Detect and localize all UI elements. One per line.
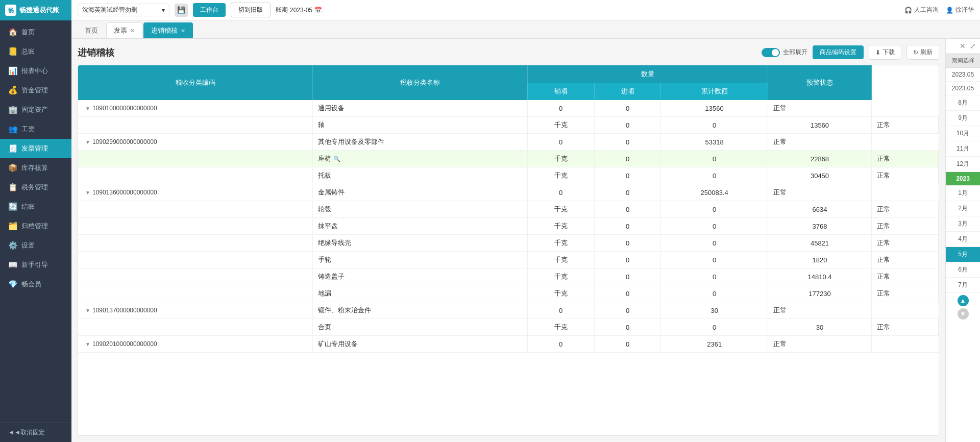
cell-code (78, 201, 313, 218)
table-row: 铸造盖子 千克 0 0 14810.4 正常 (78, 268, 939, 285)
main-area: 沈海英测试经营勿删 ▾ 💾 工作台 切到旧版 账期 2023-05 📅 🎧 人工… (71, 0, 980, 442)
period-item[interactable]: 2月 (946, 201, 980, 216)
company-selector[interactable]: 沈海英测试经营勿删 ▾ (78, 4, 169, 16)
right-panel: ✕ ⤢ 期间选择 2023.052023.058月9月10月11月12月2023… (945, 39, 980, 442)
sidebar-nav: 🏠首页📒总账📊报表中心💰资金管理🏢固定资产👥工资🧾发票管理📦库存核算📋税务管理🔄… (0, 20, 71, 423)
sidebar-item-assets[interactable]: 🏢固定资产 (0, 100, 71, 119)
download-button[interactable]: ⬇ 下载 (869, 45, 901, 60)
username: 徐泽华 (955, 6, 974, 14)
cell-purchase: 0 (594, 302, 661, 319)
tab-home[interactable]: 首页 (78, 23, 105, 38)
cell-cumulative: 1820 (768, 252, 871, 268)
sidebar-item-settings[interactable]: ⚙️设置 (0, 236, 71, 255)
save-icon[interactable]: 💾 (175, 4, 188, 17)
expand-all-toggle[interactable]: 全部展开 (762, 48, 807, 57)
cell-sales: 0 (527, 302, 594, 319)
sidebar-label-payroll: 工资 (21, 125, 35, 134)
period-item[interactable]: 5月 (946, 247, 980, 262)
archive-icon: 🗂️ (8, 222, 17, 231)
sidebar-item-guide[interactable]: 📖新手引导 (0, 255, 71, 275)
sidebar-item-settlement[interactable]: 🔄结账 (0, 197, 71, 216)
period-item[interactable]: 10月 (946, 126, 980, 141)
th-purchase: 进项 (594, 83, 661, 100)
search-icon[interactable]: 🔍 (333, 156, 340, 162)
cell-cumulative: 13560 (661, 100, 768, 117)
sidebar-item-ledger[interactable]: 📒总账 (0, 42, 71, 61)
sidebar-item-vip[interactable]: 💎畅会员 (0, 275, 71, 294)
sidebar-label-vip: 畅会员 (21, 280, 41, 289)
period-item[interactable]: 7月 (946, 278, 980, 293)
logo-icon: 畅 (5, 5, 16, 16)
period-item[interactable]: 2023.05 (946, 82, 980, 95)
page-header: 进销稽核 全部展开 商品编码设置 ⬇ 下载 ↻ 刷 (78, 45, 939, 60)
period-item[interactable]: 12月 (946, 157, 980, 172)
user-profile[interactable]: 👤 徐泽华 (946, 6, 974, 14)
guide-icon: 📖 (8, 260, 17, 269)
period-item[interactable]: 6月 (946, 262, 980, 278)
tab-invoice[interactable]: 发票 ✕ (106, 22, 142, 38)
table-row: 轴 千克 0 0 13560 正常 (78, 117, 939, 134)
period-item[interactable]: 2023.05 (946, 68, 980, 82)
period-up-button[interactable]: ▲ (958, 295, 969, 306)
period-display: 账期 2023-05 📅 (276, 6, 322, 14)
sidebar-item-report[interactable]: 📊报表中心 (0, 61, 71, 81)
panel-expand-button[interactable]: ⤢ (970, 42, 976, 50)
period-item[interactable]: 3月 (946, 216, 980, 232)
panel-close-button[interactable]: ✕ (960, 42, 966, 50)
tab-reconcile[interactable]: 进销稽核 ✕ (143, 22, 193, 38)
period-item[interactable]: 11月 (946, 141, 980, 157)
sidebar-item-payroll[interactable]: 👥工资 (0, 119, 71, 139)
period-item[interactable]: 8月 (946, 95, 980, 111)
invoice-mgmt-icon: 🧾 (8, 144, 17, 153)
table-row: 轮毂 千克 0 0 6634 正常 (78, 201, 939, 218)
calendar-icon[interactable]: 📅 (314, 7, 322, 14)
support-button[interactable]: 🎧 人工咨询 (904, 6, 939, 14)
sidebar-unpin[interactable]: ◄◄取消固定 (0, 423, 71, 442)
product-code-button[interactable]: 商品编码设置 (813, 45, 864, 59)
cell-sales: 0 (527, 184, 594, 201)
th-cumulative: 累计数额 (661, 83, 768, 100)
cell-name: 轴 (313, 117, 527, 134)
reconcile-table: 税收分类编码 税收分类名称 数量 预警状态 销项 进项 累计数额 ▼1090 (78, 65, 939, 353)
sidebar-label-tax: 税务管理 (21, 183, 48, 192)
cell-code (78, 268, 313, 285)
period-selector-label: 期间选择 (952, 57, 974, 63)
th-tax-name: 税收分类名称 (313, 65, 527, 100)
table-row: 座椅 🔍 千克 0 0 22868 正常 (78, 151, 939, 167)
sidebar-item-capital[interactable]: 💰资金管理 (0, 81, 71, 100)
table-row: 抹平盘 千克 0 0 3768 正常 (78, 218, 939, 235)
topbar: 沈海英测试经营勿删 ▾ 💾 工作台 切到旧版 账期 2023-05 📅 🎧 人工… (71, 0, 980, 20)
th-quantity: 数量 (527, 65, 768, 83)
period-selector-header[interactable]: 期间选择 (946, 54, 980, 68)
tab-reconcile-close[interactable]: ✕ (181, 28, 185, 34)
period-item[interactable]: 1月 (946, 186, 980, 201)
cell-warning: 正常 (872, 201, 939, 218)
period-down-button[interactable]: ▼ (958, 308, 969, 320)
sidebar-item-invoice-mgmt[interactable]: 🧾发票管理 (0, 139, 71, 158)
cell-code (78, 285, 313, 302)
cell-cumulative: 22868 (768, 151, 871, 167)
cell-code (78, 252, 313, 268)
period-item[interactable]: 2023 (946, 172, 980, 186)
period-item[interactable]: 4月 (946, 232, 980, 247)
payroll-icon: 👥 (8, 125, 17, 134)
tab-invoice-close[interactable]: ✕ (130, 28, 135, 34)
th-warning: 预警状态 (768, 65, 871, 100)
sidebar-item-archive[interactable]: 🗂️归档管理 (0, 216, 71, 236)
cell-unit: 千克 (527, 285, 594, 302)
refresh-button[interactable]: ↻ 刷新 (906, 45, 939, 60)
workbench-button[interactable]: 工作台 (193, 3, 226, 17)
cell-purchase: 0 (594, 184, 661, 201)
cell-code: ▼1090136000000000000 (78, 184, 313, 201)
old-version-button[interactable]: 切到旧版 (231, 3, 271, 17)
sidebar-item-inventory[interactable]: 📦库存核算 (0, 158, 71, 178)
refresh-icon: ↻ (913, 49, 918, 56)
cell-unit: 千克 (527, 252, 594, 268)
period-item[interactable]: 9月 (946, 111, 980, 126)
switch-track[interactable] (762, 48, 780, 57)
sidebar-label-settlement: 结账 (21, 202, 35, 211)
sidebar-label-home: 首页 (21, 28, 35, 37)
sidebar-label-report: 报表中心 (21, 66, 48, 76)
sidebar-item-home[interactable]: 🏠首页 (0, 22, 71, 42)
sidebar-item-tax[interactable]: 📋税务管理 (0, 178, 71, 197)
